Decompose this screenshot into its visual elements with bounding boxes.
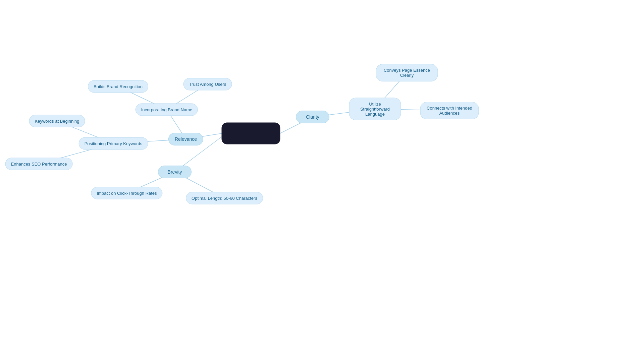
builds-brand-recognition-node[interactable]: Builds Brand Recognition [88, 80, 148, 93]
clarity-node[interactable]: Clarity [296, 111, 329, 123]
optimal-length-node[interactable]: Optimal Length: 50-60 Characters [186, 192, 263, 204]
conveys-page-essence-node[interactable]: Conveys Page Essence Clearly [376, 64, 438, 81]
center-node[interactable] [222, 123, 280, 144]
enhances-seo-performance-node[interactable]: Enhances SEO Performance [5, 158, 73, 170]
keywords-at-beginning-node[interactable]: Keywords at Beginning [29, 115, 85, 127]
relevance-node[interactable]: Relevance [168, 133, 203, 145]
trust-among-users-node[interactable]: Trust Among Users [183, 78, 232, 90]
brevity-node[interactable]: Brevity [158, 166, 192, 178]
connects-intended-node[interactable]: Connects with Intended Audiences [420, 102, 479, 119]
impact-click-through-node[interactable]: Impact on Click-Through Rates [91, 187, 162, 199]
utilize-straightforward-node[interactable]: Utilize Straightforward Language [349, 98, 401, 120]
incorporating-brand-name-node[interactable]: Incorporating Brand Name [136, 104, 198, 116]
positioning-primary-keywords-node[interactable]: Positioning Primary Keywords [79, 137, 148, 150]
